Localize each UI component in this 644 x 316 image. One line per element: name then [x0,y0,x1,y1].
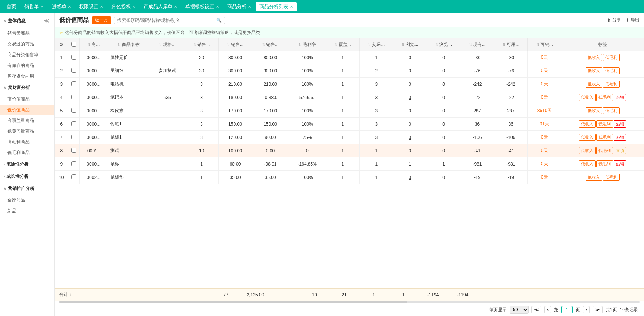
sidebar-item-low-value[interactable]: 低价值商品 [0,105,54,115]
browse1-link[interactable]: 0 [409,175,411,180]
table-container: ⚙ ⇅ 商... ⇅ 商品名称 ⇅ 规格... ⇅ 销售... ⇅ 销售... … [55,38,644,288]
col-coverage[interactable]: ⇅ 覆盖... [326,38,359,51]
sidebar-item-high-coverage[interactable]: 高覆盖量商品 [0,115,54,126]
sidebar-item-low-margin[interactable]: 低毛利商品 [0,147,54,158]
search-icon[interactable]: 🔍 [216,18,222,23]
nav-template-settings[interactable]: 单据模板设置 ✕ [182,2,223,11]
row-checkbox[interactable] [71,161,76,166]
row-checkbox-cell[interactable] [68,91,79,104]
browse1-link[interactable]: 0 [409,148,411,153]
sidebar-group-circulation[interactable]: › 流通性分析 [0,158,54,170]
col-browse1[interactable]: ⇅ 浏览... [393,38,427,51]
col-sales-qty[interactable]: ⇅ 销售... [185,38,218,51]
col-browse2[interactable]: ⇅ 浏览... [427,38,460,51]
nav-close-icon[interactable]: ✕ [290,4,293,9]
row-checkbox[interactable] [71,135,76,139]
col-checkbox[interactable] [68,38,79,51]
browse1-link[interactable]: 0 [409,122,411,127]
nav-close-icon[interactable]: ✕ [248,4,251,9]
share-button[interactable]: ⬆ 分享 [607,17,621,23]
nav-home[interactable]: 首页 [3,2,20,11]
row-checkbox[interactable] [71,108,76,113]
sidebar-item-category-rate[interactable]: 商品分类销售率 [0,50,54,60]
col-margin[interactable]: ⇅ 毛利率 [289,38,326,51]
row-checkbox[interactable] [71,55,76,60]
row-checkbox-cell[interactable] [68,64,79,78]
sidebar-item-stock-fund[interactable]: 库存资金占用 [0,71,54,82]
row-checkbox-cell[interactable] [68,118,79,131]
row-checkbox-cell[interactable] [68,131,79,144]
row-checkbox-cell[interactable] [68,144,79,157]
sidebar-item-sales-goods[interactable]: 销售类商品 [0,28,54,39]
sidebar-item-all-goods[interactable]: 全部商品 [0,195,54,205]
nav-close-icon[interactable]: ✕ [216,4,219,9]
col-settings[interactable]: ⚙ [55,38,68,51]
filter-period-button[interactable]: 近一月 [92,16,111,24]
first-page-button[interactable]: ≪ [531,306,541,313]
sidebar-group-overall[interactable]: ∨ 整体信息 ≪ [0,13,54,28]
nav-close-icon[interactable]: ✕ [68,4,71,9]
sidebar-group-growth[interactable]: › 成长性分析 [0,170,54,183]
col-sellable[interactable]: ⇅ 可销... [528,38,561,51]
nav-analysis-list[interactable]: 商品分析列表 ✕ [256,2,297,11]
row-checkbox-cell[interactable] [68,51,79,64]
row-checkbox[interactable] [71,81,76,86]
col-current[interactable]: ⇅ 现有... [460,38,494,51]
browse1-link[interactable]: 0 [409,82,411,87]
col-spec[interactable]: ⇅ 规格... [150,38,185,51]
row-checkbox-cell[interactable] [68,157,79,171]
sidebar-item-with-stock[interactable]: 有库存的商品 [0,60,54,71]
export-button[interactable]: ⬇ 导出 [625,17,640,23]
row-checkbox-cell[interactable] [68,78,79,91]
col-sales-amt1[interactable]: ⇅ 销售... [218,38,252,51]
row-checkbox[interactable] [71,148,76,153]
nav-close-icon[interactable]: ✕ [174,4,177,9]
nav-purchase[interactable]: 进货单 ✕ [48,2,75,11]
col-available[interactable]: ⇅ 可用... [494,38,528,51]
sidebar-item-high-margin[interactable]: 高毛利商品 [0,137,54,147]
row-checkbox[interactable] [71,174,76,179]
code-cell: 0000... [79,64,108,78]
nav-sales-order[interactable]: 销售单 ✕ [21,2,47,11]
col-tx-count[interactable]: ⇅ 交易... [359,38,393,51]
row-checkbox[interactable] [71,121,76,126]
browse1-link[interactable]: 1 [409,162,411,167]
next-page-button[interactable]: › [583,306,590,313]
row-checkbox[interactable] [71,68,76,73]
sidebar-group-wealth[interactable]: ∨ 卖财富分析 [0,82,54,94]
row-checkbox[interactable] [71,95,76,99]
sidebar-item-high-value[interactable]: 高价值商品 [0,94,54,105]
browse1-link[interactable]: 0 [409,108,411,113]
nav-product-in[interactable]: 产成品入库单 ✕ [140,2,181,11]
nav-permissions[interactable]: 权限设置 ✕ [76,2,107,11]
sidebar-item-low-coverage[interactable]: 低覆盖量商品 [0,126,54,137]
col-code[interactable]: ⇅ 商... [79,38,108,51]
nav-close-icon[interactable]: ✕ [100,4,103,9]
sidebar-item-traded-goods[interactable]: 交易过的商品 [0,39,54,50]
product-tag: 低毛利 [603,81,620,88]
sales-qty-cell: 1 [185,157,218,171]
sidebar-group-marketing[interactable]: ∨ 营销推广分析 [0,183,54,195]
nav-product-analysis[interactable]: 商品分析 ✕ [224,2,255,11]
collapse-icon[interactable]: ≪ [42,16,51,25]
col-name[interactable]: ⇅ 商品名称 [108,38,150,51]
nav-close-icon[interactable]: ✕ [40,4,44,9]
page-size-select[interactable]: 50 10 20 100 [510,306,529,314]
search-input[interactable] [117,18,216,23]
nav-close-icon[interactable]: ✕ [132,4,135,9]
select-all-checkbox[interactable] [71,42,76,47]
row-checkbox-cell[interactable] [68,171,79,184]
browse1-link[interactable]: 0 [409,55,411,60]
per-page-label: 每页显示 [489,307,507,313]
footer-coverage: 10 [300,292,329,298]
col-sales-amt2[interactable]: ⇅ 销售... [252,38,289,51]
last-page-button[interactable]: ≫ [593,306,603,313]
nav-role-auth[interactable]: 角色授权 ✕ [108,2,139,11]
sidebar-item-new-goods[interactable]: 新品 [0,205,54,216]
table-row: 10 0002... 鼠标垫 1 35.00 35.00 100% 1 1 0 … [55,171,644,184]
browse1-link[interactable]: 0 [409,95,411,100]
browse1-link[interactable]: 0 [409,135,411,140]
prev-page-button[interactable]: ‹ [544,306,551,313]
browse1-link[interactable]: 0 [409,68,411,74]
row-checkbox-cell[interactable] [68,104,79,118]
